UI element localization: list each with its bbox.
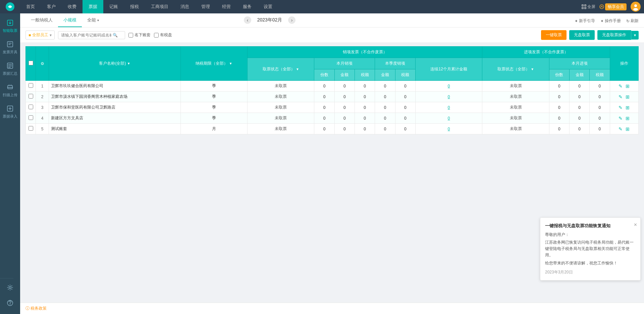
sidebar-item-scan[interactable]: 扫描上传 bbox=[0, 79, 20, 101]
sidebar-item-help[interactable] bbox=[0, 295, 20, 311]
row-checkbox-2[interactable] bbox=[29, 105, 33, 109]
row-12month-3[interactable]: 0 bbox=[415, 113, 482, 124]
fullscreen-btn[interactable]: 全屏 bbox=[582, 4, 595, 10]
detail-icon-4[interactable]: ⊞ bbox=[626, 126, 630, 132]
nav-business[interactable]: 工商项目 bbox=[145, 0, 174, 13]
row-purchase-month-count-1: 0 bbox=[549, 91, 569, 102]
nav-service[interactable]: 服务 bbox=[237, 0, 258, 13]
row-tax-period-0: 季 bbox=[180, 81, 247, 91]
row-sales-month-count-0: 0 bbox=[314, 81, 334, 91]
diskless-btn[interactable]: 无盘取票 bbox=[569, 30, 595, 40]
main-nav: 首页 客户 收费 票据 记账 报税 工商项目 消息 管理 经营 服务 设置 bbox=[20, 0, 582, 13]
has-taxdisk-checkbox-label[interactable]: 有税盘 bbox=[154, 32, 172, 38]
th-sales-month-amount: 金额 bbox=[334, 69, 355, 81]
employee-filter[interactable]: ■ 全部员工 ▾ bbox=[25, 30, 55, 40]
row-12month-1[interactable]: 0 bbox=[415, 91, 482, 102]
nav-settings[interactable]: 设置 bbox=[258, 0, 278, 13]
edit-icon-1[interactable]: ✎ bbox=[619, 94, 623, 100]
detail-icon-1[interactable]: ⊞ bbox=[626, 94, 630, 100]
row-checkbox-3[interactable] bbox=[29, 115, 33, 120]
row-12month-2[interactable]: 0 bbox=[415, 102, 482, 113]
table-settings-icon[interactable]: ⚙ bbox=[41, 61, 44, 66]
sidebar-item-invoice-issue[interactable]: 发票开具 bbox=[0, 37, 20, 58]
has-taxdisk-checkbox[interactable] bbox=[154, 33, 159, 38]
manual-btn[interactable]: ✦ 操作手册 bbox=[600, 18, 621, 24]
row-sales-month-tax-1: 0 bbox=[355, 91, 375, 102]
sidebar-item-entry[interactable]: 票据录入 bbox=[0, 101, 20, 122]
nav-right: 全屏 畅享会员 bbox=[582, 2, 641, 12]
diskless-ops-dropdown[interactable]: ▾ bbox=[631, 31, 639, 40]
nav-message[interactable]: 消息 bbox=[174, 0, 195, 13]
nav-fee[interactable]: 收费 bbox=[62, 0, 83, 13]
user-avatar[interactable] bbox=[631, 2, 641, 12]
edit-icon-2[interactable]: ✎ bbox=[619, 105, 623, 110]
edit-icon-3[interactable]: ✎ bbox=[619, 116, 623, 121]
my-accounts-checkbox[interactable] bbox=[128, 33, 133, 38]
row-sales-month-count-3: 0 bbox=[314, 113, 334, 124]
tax-policy-icon: ⓘ bbox=[25, 306, 30, 311]
nav-customer[interactable]: 客户 bbox=[41, 0, 62, 13]
edit-icon-0[interactable]: ✎ bbox=[619, 83, 623, 89]
info-icon: ✦ bbox=[575, 19, 578, 23]
sidebar-item-settings[interactable] bbox=[0, 280, 20, 295]
th-purchase-month-tax: 税额 bbox=[590, 69, 610, 81]
detail-icon-3[interactable]: ⊞ bbox=[626, 116, 630, 121]
tab-all[interactable]: 全能 ▾ bbox=[82, 17, 104, 27]
vip-btn[interactable]: 畅享会员 bbox=[599, 3, 627, 10]
filter-icon[interactable]: ▼ bbox=[127, 62, 130, 65]
row-12month-4[interactable]: 0 bbox=[415, 124, 482, 134]
search-icon[interactable]: 🔍 bbox=[113, 33, 118, 38]
detail-icon-2[interactable]: ⊞ bbox=[626, 105, 630, 110]
row-checkbox-1[interactable] bbox=[29, 94, 33, 99]
sales-status-filter-icon[interactable]: ▼ bbox=[296, 67, 299, 71]
tab-small-scale[interactable]: 小规模 bbox=[58, 17, 82, 27]
row-purchase-month-amount-1: 0 bbox=[569, 91, 589, 102]
edit-icon-4[interactable]: ✎ bbox=[619, 126, 623, 132]
filter-chevron-icon: ▾ bbox=[50, 33, 52, 38]
nav-business2[interactable]: 经营 bbox=[216, 0, 237, 13]
search-input[interactable] bbox=[61, 33, 111, 38]
th-sales-quarter-tax: 税额 bbox=[395, 69, 415, 81]
sidebar-item-summary[interactable]: 票据汇总 bbox=[0, 58, 20, 79]
new-guide-btn[interactable]: ✦ 新手引导 bbox=[575, 18, 595, 24]
select-all-checkbox[interactable] bbox=[29, 61, 33, 65]
row-checkbox-cell bbox=[26, 124, 36, 134]
refresh-icon: ↻ bbox=[626, 19, 630, 23]
row-sales-quarter-tax-0: 0 bbox=[395, 81, 415, 91]
nav-invoice[interactable]: 票据 bbox=[83, 0, 103, 13]
notification-close-btn[interactable]: × bbox=[634, 221, 637, 229]
svg-rect-4 bbox=[585, 7, 586, 9]
row-sales-month-tax-4: 0 bbox=[355, 124, 375, 134]
row-checkbox-0[interactable] bbox=[29, 83, 33, 88]
th-12month: 连续12个月累计金额 bbox=[415, 58, 482, 81]
settings-icon bbox=[6, 283, 14, 292]
row-checkbox-4[interactable] bbox=[29, 126, 33, 131]
purchase-status-filter-icon[interactable]: ▼ bbox=[531, 67, 534, 71]
nav-management[interactable]: 管理 bbox=[195, 0, 216, 13]
refresh-btn[interactable]: ↻ 刷新 bbox=[626, 18, 639, 24]
svg-rect-11 bbox=[8, 85, 12, 89]
row-12month-0[interactable]: 0 bbox=[415, 81, 482, 91]
prev-month-btn[interactable]: ‹ bbox=[244, 16, 251, 24]
row-actions-3: ✎ ⊞ bbox=[610, 113, 638, 124]
one-click-btn[interactable]: 一键取票 bbox=[541, 30, 567, 40]
sidebar-bottom bbox=[0, 277, 20, 314]
detail-icon-0[interactable]: ⊞ bbox=[626, 83, 630, 89]
th-sales-status: 取票状态（全部） ▼ bbox=[248, 58, 314, 81]
sidebar-item-smart-invoice[interactable]: 智能取票 bbox=[0, 15, 20, 37]
tab-general-taxpayer[interactable]: 一般纳税人 bbox=[25, 17, 58, 27]
diskless-ops-btn[interactable]: 无盘取票操作 bbox=[597, 30, 631, 40]
toolbar: ■ 全部员工 ▾ 🔍 名下账套 有税盘 一键取票 无盘取票 无盘取票操作 bbox=[20, 27, 644, 43]
row-sales-quarter-tax-1: 0 bbox=[395, 91, 415, 102]
sidebar: 智能取票 发票开具 票据汇总 扫描上传 票据录入 bbox=[0, 13, 20, 314]
my-accounts-checkbox-label[interactable]: 名下账套 bbox=[128, 32, 151, 38]
nav-bookkeeping[interactable]: 记账 bbox=[103, 0, 124, 13]
tax-period-filter-icon[interactable]: ▼ bbox=[229, 62, 232, 65]
row-tax-period-3: 季 bbox=[180, 113, 247, 124]
row-purchase-month-tax-3: 0 bbox=[590, 113, 610, 124]
nav-home[interactable]: 首页 bbox=[20, 0, 41, 13]
svg-point-7 bbox=[633, 8, 638, 11]
nav-tax[interactable]: 报税 bbox=[124, 0, 145, 13]
next-month-btn[interactable]: › bbox=[288, 16, 296, 24]
tax-policy-link[interactable]: 税务政策 bbox=[31, 306, 47, 311]
